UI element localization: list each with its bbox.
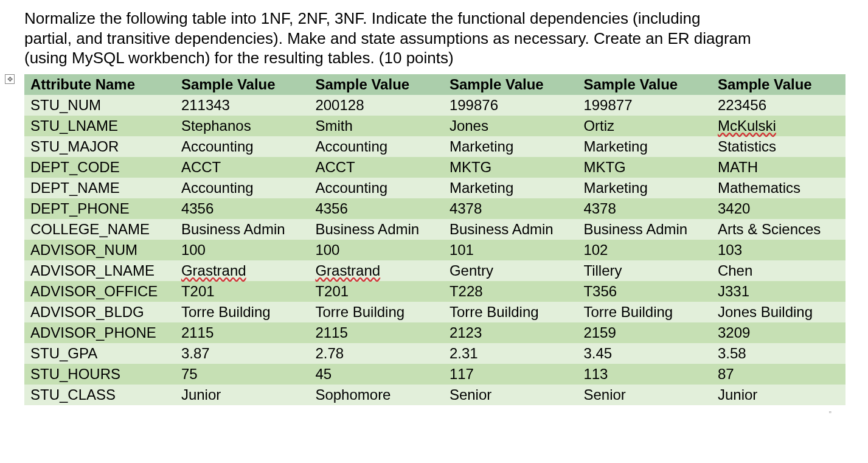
sample-value-cell: Business Admin <box>577 219 712 240</box>
table-row: STU_HOURS754511711387 <box>24 364 845 385</box>
attribute-name-cell: STU_GPA <box>24 343 175 364</box>
table-row: COLLEGE_NAMEBusiness AdminBusiness Admin… <box>24 219 845 240</box>
sample-value-cell: 2115 <box>309 322 443 343</box>
document-page: Normalize the following table into 1NF, … <box>0 0 868 422</box>
table-row: STU_MAJORAccountingAccountingMarketingMa… <box>24 136 845 157</box>
sample-value-cell: Torre Building <box>175 302 310 322</box>
table-row: ADVISOR_OFFICET201T201T228T356J331 <box>24 281 845 302</box>
sample-value-cell: Marketing <box>577 178 712 198</box>
sample-value-cell: Marketing <box>443 178 578 198</box>
data-table-wrapper: Attribute Name Sample Value Sample Value… <box>24 74 844 405</box>
sample-data-table: Attribute Name Sample Value Sample Value… <box>24 74 845 405</box>
sample-value-cell: 199877 <box>577 95 712 116</box>
sample-value-cell: Senior <box>443 385 578 405</box>
sample-value-cell: Accounting <box>309 136 443 157</box>
sample-value-cell: Business Admin <box>309 219 443 240</box>
table-header: Attribute Name Sample Value Sample Value… <box>24 74 845 95</box>
table-row: STU_LNAMEStephanosSmithJonesOrtizMcKulsk… <box>24 116 845 136</box>
sample-value-cell: T356 <box>577 281 712 302</box>
sample-value-cell: Torre Building <box>577 302 712 322</box>
table-body: STU_NUM211343200128199876199877223456STU… <box>24 95 845 405</box>
header-sample-value-2: Sample Value <box>309 74 443 95</box>
sample-value-cell: 102 <box>577 240 712 260</box>
sample-value-cell: Accounting <box>309 178 443 198</box>
question-line-3: (using MySQL workbench) for the resultin… <box>24 49 454 67</box>
sample-value-cell: 2159 <box>577 322 712 343</box>
spellcheck-underline: Grastrand <box>181 262 246 279</box>
attribute-name-cell: DEPT_PHONE <box>24 198 175 219</box>
attribute-name-cell: STU_MAJOR <box>24 136 175 157</box>
sample-value-cell: Statistics <box>712 136 845 157</box>
attribute-name-cell: STU_LNAME <box>24 116 175 136</box>
sample-value-cell: 2115 <box>175 322 310 343</box>
sample-value-cell: 4378 <box>443 198 578 219</box>
attribute-name-cell: STU_CLASS <box>24 385 175 405</box>
sample-value-cell: 223456 <box>712 95 845 116</box>
sample-value-cell: 3.58 <box>712 343 845 364</box>
sample-value-cell: Tillery <box>577 260 712 281</box>
sample-value-cell: Jones <box>443 116 578 136</box>
attribute-name-cell: ADVISOR_BLDG <box>24 302 175 322</box>
attribute-name-cell: STU_HOURS <box>24 364 175 385</box>
table-row: ADVISOR_BLDGTorre BuildingTorre Building… <box>24 302 845 322</box>
sample-value-cell: Accounting <box>175 136 310 157</box>
sample-value-cell: ACCT <box>175 157 310 178</box>
header-sample-value-4: Sample Value <box>577 74 712 95</box>
sample-value-cell: 199876 <box>443 95 578 116</box>
table-row: ADVISOR_PHONE21152115212321593209 <box>24 322 845 343</box>
attribute-name-cell: COLLEGE_NAME <box>24 219 175 240</box>
table-row: STU_GPA3.872.782.313.453.58 <box>24 343 845 364</box>
sample-value-cell: 3209 <box>712 322 845 343</box>
sample-value-cell: T201 <box>175 281 310 302</box>
sample-value-cell: Ortiz <box>577 116 712 136</box>
sample-value-cell: ACCT <box>309 157 443 178</box>
sample-value-cell: Chen <box>712 260 845 281</box>
header-sample-value-1: Sample Value <box>175 74 310 95</box>
question-line-1: Normalize the following table into 1NF, … <box>24 9 700 27</box>
attribute-name-cell: ADVISOR_OFFICE <box>24 281 175 302</box>
sample-value-cell: 101 <box>443 240 578 260</box>
attribute-name-cell: DEPT_NAME <box>24 178 175 198</box>
sample-value-cell: 3420 <box>712 198 845 219</box>
attribute-name-cell: ADVISOR_PHONE <box>24 322 175 343</box>
spellcheck-underline: McKulski <box>718 117 776 134</box>
sample-value-cell: Gentry <box>443 260 578 281</box>
table-header-row: Attribute Name Sample Value Sample Value… <box>24 74 845 95</box>
table-row: STU_CLASSJuniorSophomoreSeniorSeniorJuni… <box>24 385 845 405</box>
header-attribute-name: Attribute Name <box>24 74 175 95</box>
table-row: DEPT_CODEACCTACCTMKTGMKTGMATH <box>24 157 845 178</box>
sample-value-cell: Grastrand <box>309 260 443 281</box>
table-row: STU_NUM211343200128199876199877223456 <box>24 95 845 116</box>
sample-value-cell: Business Admin <box>175 219 310 240</box>
sample-value-cell: 2123 <box>443 322 578 343</box>
table-row: ADVISOR_LNAMEGrastrandGrastrandGentryTil… <box>24 260 845 281</box>
sample-value-cell: 117 <box>443 364 578 385</box>
sample-value-cell: McKulski <box>712 116 845 136</box>
sample-value-cell: Torre Building <box>443 302 578 322</box>
sample-value-cell: 3.45 <box>577 343 712 364</box>
sample-value-cell: 4378 <box>577 198 712 219</box>
table-row: ADVISOR_NUM100100101102103 <box>24 240 845 260</box>
sample-value-cell: 100 <box>175 240 310 260</box>
sample-value-cell: Junior <box>175 385 310 405</box>
table-move-handle-icon[interactable]: ✥ <box>5 74 15 84</box>
attribute-name-cell: DEPT_CODE <box>24 157 175 178</box>
sample-value-cell: MATH <box>712 157 845 178</box>
attribute-name-cell: STU_NUM <box>24 95 175 116</box>
sample-value-cell: Jones Building <box>712 302 845 322</box>
sample-value-cell: T201 <box>309 281 443 302</box>
attribute-name-cell: ADVISOR_NUM <box>24 240 175 260</box>
table-row: DEPT_PHONE43564356437843783420 <box>24 198 845 219</box>
spellcheck-underline: Grastrand <box>315 262 380 279</box>
end-of-cell-marker-icon: ▫ <box>18 405 850 416</box>
sample-value-cell: Junior <box>712 385 845 405</box>
sample-value-cell: Arts & Sciences <box>712 219 845 240</box>
sample-value-cell: MKTG <box>577 157 712 178</box>
sample-value-cell: T228 <box>443 281 578 302</box>
sample-value-cell: 2.31 <box>443 343 578 364</box>
attribute-name-cell: ADVISOR_LNAME <box>24 260 175 281</box>
sample-value-cell: 2.78 <box>309 343 443 364</box>
sample-value-cell: Sophomore <box>309 385 443 405</box>
sample-value-cell: 4356 <box>175 198 310 219</box>
sample-value-cell: 103 <box>712 240 845 260</box>
